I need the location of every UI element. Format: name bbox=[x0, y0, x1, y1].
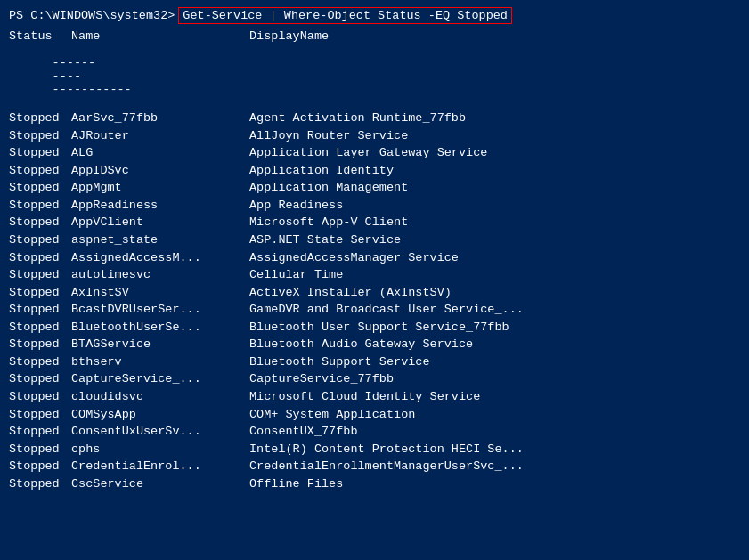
table-row: Stopped BTAGService Bluetooth Audio Gate… bbox=[9, 336, 740, 353]
cell-status: Stopped bbox=[9, 179, 71, 197]
table-row: Stopped AppIDSvc Application Identity bbox=[9, 162, 740, 180]
cell-name: BTAGService bbox=[71, 336, 249, 353]
cmd-eq: -EQ bbox=[428, 9, 450, 22]
cell-display: Application Layer Gateway Service bbox=[249, 144, 487, 162]
cell-name: AarSvc_77fbb bbox=[71, 110, 249, 127]
cell-display: Agent Activation Runtime_77fbb bbox=[249, 110, 466, 127]
cell-status: Stopped bbox=[9, 231, 71, 249]
terminal-window: PS C:\WINDOWS\system32> Get-Service | Wh… bbox=[0, 0, 749, 560]
cell-display: Bluetooth Audio Gateway Service bbox=[249, 336, 473, 353]
table-row: Stopped CredentialEnrol... CredentialEnr… bbox=[9, 458, 740, 475]
table-body: Stopped AarSvc_77fbb Agent Activation Ru… bbox=[9, 110, 740, 492]
cell-display: ActiveX Installer (AxInstSV) bbox=[249, 284, 452, 302]
cell-name: AJRouter bbox=[71, 127, 249, 145]
cell-display: Microsoft App-V Client bbox=[249, 214, 408, 231]
cmd-get-service: Get-Service bbox=[183, 9, 262, 22]
table-header: Status Name DisplayName bbox=[9, 29, 740, 43]
table-separator: ------ ---- ----------- bbox=[9, 43, 740, 110]
cell-status: Stopped bbox=[9, 144, 71, 162]
cell-status: Stopped bbox=[9, 249, 71, 267]
cell-status: Stopped bbox=[9, 475, 71, 493]
cell-status: Stopped bbox=[9, 441, 71, 459]
cell-name: cphs bbox=[71, 441, 249, 459]
table-row: Stopped CscService Offline Files bbox=[9, 475, 740, 493]
cell-display: GameDVR and Broadcast User Service_... bbox=[249, 301, 524, 319]
cell-status: Stopped bbox=[9, 370, 71, 388]
cell-name: AppReadiness bbox=[71, 197, 249, 215]
table-row: Stopped BcastDVRUserSer... GameDVR and B… bbox=[9, 301, 740, 319]
cell-status: Stopped bbox=[9, 197, 71, 215]
cell-status: Stopped bbox=[9, 319, 71, 337]
cell-name: CscService bbox=[71, 475, 249, 493]
cell-name: CaptureService_... bbox=[71, 370, 249, 388]
cell-display: App Readiness bbox=[249, 197, 343, 215]
cell-display: AssignedAccessManager Service bbox=[249, 249, 459, 267]
cell-display: Microsoft Cloud Identity Service bbox=[249, 388, 480, 406]
cell-name: BluetoothUserSe... bbox=[71, 319, 249, 337]
cell-name: ALG bbox=[71, 144, 249, 162]
table-row: Stopped aspnet_state ASP.NET State Servi… bbox=[9, 231, 740, 249]
table-row: Stopped AxInstSV ActiveX Installer (AxIn… bbox=[9, 284, 740, 302]
cell-name: cloudidsvc bbox=[71, 388, 249, 406]
prompt-text: PS C:\WINDOWS\system32> bbox=[9, 9, 175, 22]
cmd-pipe: | bbox=[262, 9, 283, 22]
cell-display: AllJoyn Router Service bbox=[249, 127, 408, 145]
cell-name: AppMgmt bbox=[71, 179, 249, 197]
table-row: Stopped ALG Application Layer Gateway Se… bbox=[9, 144, 740, 162]
cell-display: Intel(R) Content Protection HECI Se... bbox=[249, 441, 524, 459]
cell-display: Bluetooth Support Service bbox=[249, 353, 430, 371]
cmd-status: Status bbox=[370, 9, 428, 22]
sep-display: ----------- bbox=[53, 83, 132, 96]
table-row: Stopped BluetoothUserSe... Bluetooth Use… bbox=[9, 319, 740, 337]
cell-status: Stopped bbox=[9, 284, 71, 302]
table-row: Stopped cphs Intel(R) Content Protection… bbox=[9, 441, 740, 459]
cell-name: COMSysApp bbox=[71, 406, 249, 424]
cell-status: Stopped bbox=[9, 406, 71, 424]
prompt-line: PS C:\WINDOWS\system32> Get-Service | Wh… bbox=[9, 7, 740, 24]
cell-status: Stopped bbox=[9, 266, 71, 284]
cell-name: AssignedAccessM... bbox=[71, 249, 249, 267]
cell-display: ASP.NET State Service bbox=[249, 231, 401, 249]
table-row: Stopped COMSysApp COM+ System Applicatio… bbox=[9, 406, 740, 424]
cell-name: AppIDSvc bbox=[71, 162, 249, 180]
cell-name: AxInstSV bbox=[71, 284, 249, 302]
cell-status: Stopped bbox=[9, 336, 71, 353]
cell-name: bthserv bbox=[71, 353, 249, 371]
cell-display: COM+ System Application bbox=[249, 406, 415, 424]
cell-display: Bluetooth User Support Service_77fbb bbox=[249, 319, 509, 337]
cell-status: Stopped bbox=[9, 162, 71, 180]
cell-name: aspnet_state bbox=[71, 231, 249, 249]
cell-display: ConsentUX_77fbb bbox=[249, 423, 358, 441]
cell-name: AppVClient bbox=[71, 214, 249, 231]
table-row: Stopped AJRouter AllJoyn Router Service bbox=[9, 127, 740, 145]
header-display: DisplayName bbox=[249, 29, 329, 43]
cmd-where-object: Where-Object bbox=[284, 9, 370, 22]
cmd-stopped: Stopped bbox=[450, 9, 508, 22]
cell-status: Stopped bbox=[9, 301, 71, 319]
table-row: Stopped ConsentUxUserSv... ConsentUX_77f… bbox=[9, 423, 740, 441]
table-row: Stopped AppMgmt Application Management bbox=[9, 179, 740, 197]
cell-name: BcastDVRUserSer... bbox=[71, 301, 249, 319]
table-row: Stopped autotimesvc Cellular Time bbox=[9, 266, 740, 284]
command-box: Get-Service | Where-Object Status -EQ St… bbox=[178, 7, 512, 24]
table-row: Stopped AarSvc_77fbb Agent Activation Ru… bbox=[9, 110, 740, 127]
cell-status: Stopped bbox=[9, 127, 71, 145]
table-row: Stopped CaptureService_... CaptureServic… bbox=[9, 370, 740, 388]
sep-status: ------ bbox=[53, 56, 115, 69]
cell-display: Cellular Time bbox=[249, 266, 343, 284]
output-table: Status Name DisplayName ------ ---- ----… bbox=[9, 29, 740, 492]
cell-status: Stopped bbox=[9, 353, 71, 371]
cell-display: CaptureService_77fbb bbox=[249, 370, 394, 388]
cell-status: Stopped bbox=[9, 110, 71, 127]
header-name: Name bbox=[71, 29, 249, 43]
table-row: Stopped AppReadiness App Readiness bbox=[9, 197, 740, 215]
table-row: Stopped bthserv Bluetooth Support Servic… bbox=[9, 353, 740, 371]
cell-display: CredentialEnrollmentManagerUserSvc_... bbox=[249, 458, 524, 475]
table-row: Stopped AssignedAccessM... AssignedAcces… bbox=[9, 249, 740, 267]
cell-status: Stopped bbox=[9, 458, 71, 475]
sep-name: ---- bbox=[53, 69, 231, 83]
table-row: Stopped cloudidsvc Microsoft Cloud Ident… bbox=[9, 388, 740, 406]
cell-status: Stopped bbox=[9, 423, 71, 441]
cell-status: Stopped bbox=[9, 214, 71, 231]
cell-name: ConsentUxUserSv... bbox=[71, 423, 249, 441]
